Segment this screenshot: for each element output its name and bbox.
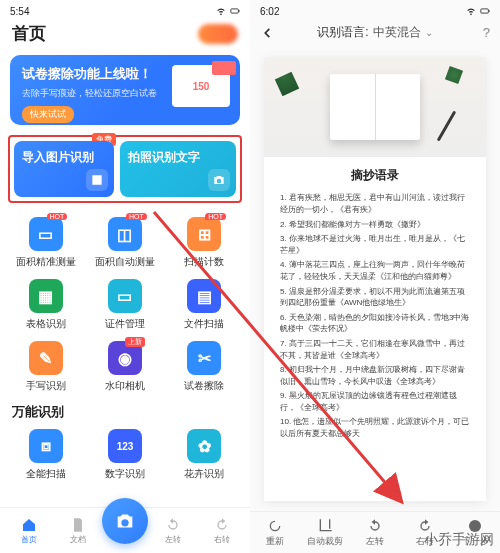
book-icon bbox=[330, 74, 420, 140]
tool-label: 试卷擦除 bbox=[184, 379, 224, 393]
status-bar: 6:02 bbox=[250, 0, 500, 18]
nav-right[interactable]: 右转 bbox=[197, 517, 246, 545]
tool-label: 花卉识别 bbox=[184, 467, 224, 481]
wifi-icon bbox=[466, 6, 476, 16]
nav-rotate-left-label: 左转 bbox=[366, 535, 384, 548]
rotate-left-icon bbox=[165, 517, 181, 533]
nav-left-label: 左转 bbox=[165, 534, 181, 545]
nav-right-label: 右转 bbox=[214, 534, 230, 545]
tool-icon: ▭ bbox=[108, 279, 142, 313]
tool-试卷擦除[interactable]: ✂试卷擦除 bbox=[165, 337, 244, 397]
chevron-left-icon bbox=[260, 26, 274, 40]
status-time: 5:54 bbox=[10, 6, 29, 17]
status-time: 6:02 bbox=[260, 6, 279, 17]
tool-label: 数字识别 bbox=[105, 467, 145, 481]
tool-icon: ▦ bbox=[29, 279, 63, 313]
bottom-nav: 首页 文档 左转 右转 bbox=[0, 507, 250, 553]
svg-point-4 bbox=[469, 520, 481, 532]
card-import-image[interactable]: 导入图片识别 bbox=[14, 141, 114, 197]
ocr-header: 识别语言: 中英混合 ⌄ ? bbox=[250, 18, 500, 47]
tool-全能扫描[interactable]: ⧈全能扫描 bbox=[6, 425, 85, 485]
nav-retake-label: 重新 bbox=[266, 535, 284, 548]
section-universal: 万能识别 bbox=[0, 399, 250, 421]
tool-grid-1: ▭面积精准测量HOT◫面积自动测量HOT⊞扫描计数HOT▦表格识别▭证件管理▤文… bbox=[0, 209, 250, 399]
tool-label: 扫描计数 bbox=[184, 255, 224, 269]
tool-手写识别[interactable]: ✎手写识别 bbox=[6, 337, 85, 397]
tool-icon: ✎ bbox=[29, 341, 63, 375]
tool-证件管理[interactable]: ▭证件管理 bbox=[85, 275, 164, 335]
tool-label: 手写识别 bbox=[26, 379, 66, 393]
watermark: 小乔手游网 bbox=[424, 531, 494, 549]
tool-icon: ▭ bbox=[29, 217, 63, 251]
tool-icon: 123 bbox=[108, 429, 142, 463]
status-icons bbox=[466, 6, 490, 16]
tool-icon: ⧈ bbox=[29, 429, 63, 463]
tool-label: 表格识别 bbox=[26, 317, 66, 331]
pen-icon bbox=[437, 111, 457, 142]
nav-left[interactable]: 左转 bbox=[148, 517, 197, 545]
nav-docs[interactable]: 文档 bbox=[53, 517, 102, 545]
tool-label: 面积自动测量 bbox=[95, 255, 155, 269]
camera-icon bbox=[208, 169, 230, 191]
language-selector[interactable]: 识别语言: 中英混合 ⌄ bbox=[282, 24, 468, 41]
tool-icon: ⊞ bbox=[187, 217, 221, 251]
phone-right: 6:02 识别语言: 中英混合 ⌄ ? bbox=[250, 0, 500, 553]
badge: HOT bbox=[205, 213, 226, 220]
nav-camera-button[interactable] bbox=[102, 498, 148, 544]
tool-grid-2: ⧈全能扫描123数字识别✿花卉识别 bbox=[0, 421, 250, 487]
crop-handle-bl[interactable] bbox=[264, 489, 276, 501]
tool-面积精准测量[interactable]: ▭面积精准测量HOT bbox=[6, 213, 85, 273]
tool-花卉识别[interactable]: ✿花卉识别 bbox=[165, 425, 244, 485]
doc-line: 5. 温泉是部分温柔要求，初以不用为此而流遍第五项到四纪那份重量《AWN他他绿地… bbox=[280, 286, 470, 309]
lang-label: 识别语言: bbox=[317, 24, 368, 41]
docs-icon bbox=[70, 517, 86, 533]
tool-扫描计数[interactable]: ⊞扫描计数HOT bbox=[165, 213, 244, 273]
battery-icon bbox=[230, 6, 240, 16]
tool-label: 文件扫描 bbox=[184, 317, 224, 331]
doc-line: 10. 他怎，遗应似一个先明照耀，此源渡诉个月，可已以后所有夏天都总够天 bbox=[280, 416, 470, 439]
page-title: 首页 bbox=[12, 22, 46, 45]
badge: HOT bbox=[126, 213, 147, 220]
phone-left: 5:54 首页 试卷擦除功能上线啦！ 去除手写痕迹，轻松还原空白试卷 快来试试 … bbox=[0, 0, 250, 553]
retake-icon bbox=[267, 518, 283, 534]
card-camera-ocr[interactable]: 拍照识别文字 bbox=[120, 141, 236, 197]
tool-数字识别[interactable]: 123数字识别 bbox=[85, 425, 164, 485]
banner-art: 150 bbox=[172, 65, 230, 107]
doc-line: 2. 希望我们都能像对方一样勇敢《撒野》 bbox=[280, 219, 470, 231]
card-camera-label: 拍照识别文字 bbox=[128, 149, 228, 166]
doc-hero-image bbox=[264, 57, 486, 157]
doc-line: 9. 黑火般的瓦屋误顶的边缘镶透有程色过程潮遮毯行，《全球高考》 bbox=[280, 390, 470, 413]
wifi-icon bbox=[216, 6, 226, 16]
promo-banner[interactable]: 试卷擦除功能上线啦！ 去除手写痕迹，轻松还原空白试卷 快来试试 150 bbox=[10, 55, 240, 125]
banner-score: 150 bbox=[193, 81, 210, 92]
nav-rotate-left[interactable]: 左转 bbox=[350, 518, 400, 548]
tool-文件扫描[interactable]: ▤文件扫描 bbox=[165, 275, 244, 335]
status-icons bbox=[216, 6, 240, 16]
title-row: 首页 bbox=[0, 18, 250, 49]
badge: 上新 bbox=[125, 337, 145, 347]
home-icon bbox=[21, 517, 37, 533]
avatar-pill[interactable] bbox=[198, 24, 238, 44]
battery-icon bbox=[480, 6, 490, 16]
nav-home-label: 首页 bbox=[21, 534, 37, 545]
doc-line: 4. 薄中落花三四点，座上往狗一两声，回什年华晚荷花了，轻轻快乐，天天温柔《江和… bbox=[280, 259, 470, 282]
tool-icon: ▤ bbox=[187, 279, 221, 313]
nav-retake[interactable]: 重新 bbox=[250, 518, 300, 548]
help-button[interactable]: ? bbox=[474, 25, 490, 40]
back-button[interactable] bbox=[260, 25, 276, 41]
crop-handle-br[interactable] bbox=[474, 489, 486, 501]
tool-label: 全能扫描 bbox=[26, 467, 66, 481]
chevron-down-icon: ⌄ bbox=[425, 27, 433, 38]
leaf-decoration bbox=[270, 67, 303, 100]
banner-cta[interactable]: 快来试试 bbox=[22, 106, 74, 123]
document-preview[interactable]: 摘抄语录 1. 君有疾愁，相思无医，君中有山川河流，读过我行经历的一切小，《君有… bbox=[264, 57, 486, 501]
svg-rect-1 bbox=[239, 10, 240, 12]
tool-icon: ◫ bbox=[108, 217, 142, 251]
tool-面积自动测量[interactable]: ◫面积自动测量HOT bbox=[85, 213, 164, 273]
tool-水印相机[interactable]: ◉水印相机上新 bbox=[85, 337, 164, 397]
nav-home[interactable]: 首页 bbox=[4, 517, 53, 545]
status-bar: 5:54 bbox=[0, 0, 250, 18]
nav-autocrop[interactable]: 自动裁剪 bbox=[300, 518, 350, 548]
tool-表格识别[interactable]: ▦表格识别 bbox=[6, 275, 85, 335]
image-icon bbox=[86, 169, 108, 191]
